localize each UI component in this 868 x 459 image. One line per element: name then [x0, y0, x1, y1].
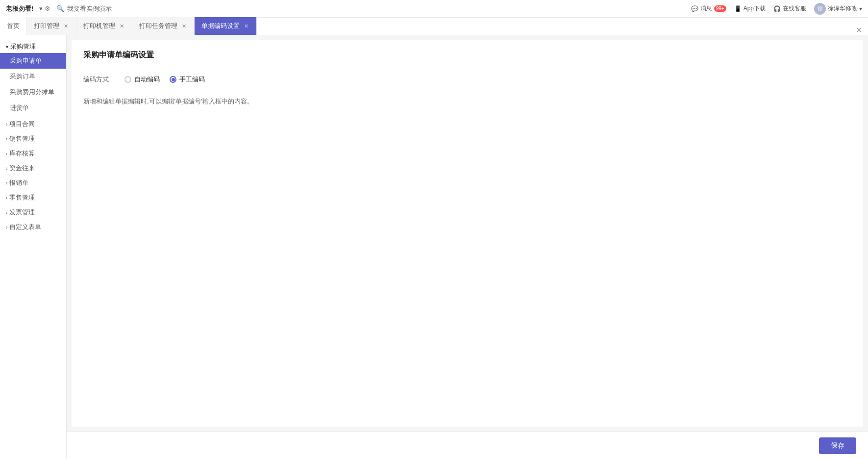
layout: ▾ 采购管理 采购申请单 采购订单 采购费用分摊单 进货单 › 项目合同 › 销…	[0, 35, 868, 459]
sidebar-group-custom[interactable]: › 自定义表单	[0, 219, 66, 233]
radio-auto-code[interactable]: 自动编码	[124, 75, 160, 84]
sidebar-item-purchase-order-label: 采购订单	[10, 73, 35, 80]
radio-manual-circle	[170, 76, 176, 83]
auto-code-label: 自动编码	[134, 75, 160, 84]
tab-print-mgmt-close[interactable]: ✕	[62, 23, 69, 29]
sidebar-group-inventory-label: 库存核算	[9, 149, 35, 158]
brand-dropdown[interactable]: ▾ ⚙	[39, 5, 50, 12]
app-download-button[interactable]: 📱 App下载	[734, 4, 766, 13]
tab-home[interactable]: 首页	[0, 17, 27, 35]
chevron-right-icon6: ›	[6, 195, 7, 201]
chevron-right-icon5: ›	[6, 180, 7, 186]
page-title: 采购申请单编码设置	[83, 50, 851, 60]
top-bar-right: 💬 消息 99+ 📱 App下载 🎧 在线客服 徐 徐泽华修改 ▾	[691, 3, 862, 15]
chevron-down-icon: ▾	[6, 44, 8, 50]
encode-method-label: 编码方式	[83, 75, 109, 84]
brand-logo: 老板勿看!	[6, 4, 33, 13]
sidebar-group-project[interactable]: › 项目合同	[0, 116, 66, 130]
sidebar-item-stock-in-label: 进货单	[10, 104, 29, 111]
sidebar-item-stock-in[interactable]: 进货单	[0, 100, 66, 116]
tab-printer-mgmt-label: 打印机管理	[83, 22, 115, 30]
encode-method-row: 编码方式 自动编码 手工编码	[83, 70, 851, 89]
sidebar-group-purchase-label: 采购管理	[10, 42, 36, 51]
sidebar-item-purchase-cost[interactable]: 采购费用分摊单	[0, 84, 66, 100]
online-service-label: 在线客服	[783, 4, 806, 13]
top-bar: 老板勿看! ▾ ⚙ 🔍 我要看实例演示 💬 消息 99+ 📱 App下载 🎧 在…	[0, 0, 868, 18]
hint-text: 新增和编辑单据编辑时,可以编辑'单据编号'输入框中的内容。	[83, 97, 851, 106]
top-bar-left: 老板勿看! ▾ ⚙ 🔍 我要看实例演示	[6, 4, 112, 13]
tab-print-task-close[interactable]: ✕	[180, 23, 187, 29]
search-icon: 🔍	[56, 5, 64, 12]
sidebar-group-project-label: 项目合同	[9, 120, 35, 128]
online-service-button[interactable]: 🎧 在线客服	[773, 4, 806, 13]
sidebar-item-purchase-request[interactable]: 采购申请单	[0, 53, 66, 69]
main-content: 采购申请单编码设置 编码方式 自动编码 手工编码 新增和编辑单据编辑时,可以编辑…	[67, 35, 868, 459]
user-name: 徐泽华修改	[828, 4, 857, 13]
sidebar-group-finance-label: 资金往来	[9, 164, 35, 173]
tab-print-mgmt[interactable]: 打印管理 ✕	[27, 17, 76, 35]
tab-printer-mgmt[interactable]: 打印机管理 ✕	[76, 17, 132, 35]
radio-auto-circle	[124, 76, 131, 83]
sidebar-group-invoice[interactable]: › 发票管理	[0, 204, 66, 219]
tab-printer-mgmt-close[interactable]: ✕	[118, 23, 125, 29]
sidebar-group-sales-label: 销售管理	[9, 134, 35, 143]
chevron-right-icon7: ›	[6, 210, 7, 215]
search-text: 我要看实例演示	[67, 4, 112, 13]
sidebar-group-custom-label: 自定义表单	[9, 223, 41, 231]
message-label: 消息	[700, 4, 712, 13]
search-bar[interactable]: 🔍 我要看实例演示	[56, 4, 112, 13]
settings-icon: ⚙	[45, 5, 50, 12]
sidebar-group-purchase[interactable]: ▾ 采购管理	[0, 38, 66, 53]
tab-home-label: 首页	[7, 22, 20, 30]
sidebar: ▾ 采购管理 采购申请单 采购订单 采购费用分摊单 进货单 › 项目合同 › 销…	[0, 35, 67, 459]
sidebar-item-purchase-order[interactable]: 采购订单	[0, 69, 66, 84]
sidebar-group-expense[interactable]: › 报销单	[0, 175, 66, 189]
radio-manual-code[interactable]: 手工编码	[170, 75, 205, 84]
chevron-right-icon3: ›	[6, 151, 7, 156]
chevron-right-icon8: ›	[6, 225, 7, 230]
sidebar-group-retail-label: 零售管理	[9, 193, 35, 202]
app-icon: 📱	[734, 5, 742, 12]
bottom-bar: 保存	[67, 432, 868, 459]
sidebar-group-invoice-label: 发票管理	[9, 208, 35, 217]
user-dropdown-icon: ▾	[859, 5, 862, 12]
sidebar-item-purchase-cost-label: 采购费用分摊单	[10, 88, 54, 96]
headset-icon: 🎧	[773, 5, 781, 12]
app-download-label: App下载	[744, 4, 766, 13]
close-all-tabs[interactable]: ✕	[850, 26, 868, 35]
sidebar-group-retail[interactable]: › 零售管理	[0, 189, 66, 204]
sidebar-group-finance[interactable]: › 资金往来	[0, 160, 66, 175]
tab-barcode-settings-close[interactable]: ✕	[243, 23, 249, 29]
content-area: 采购申请单编码设置 编码方式 自动编码 手工编码 新增和编辑单据编辑时,可以编辑…	[72, 40, 863, 427]
message-icon: 💬	[691, 5, 698, 12]
tab-print-task[interactable]: 打印任务管理 ✕	[132, 17, 195, 35]
message-badge: 99+	[714, 5, 726, 12]
dropdown-icon: ▾	[39, 5, 43, 12]
message-button[interactable]: 💬 消息 99+	[691, 4, 726, 13]
avatar: 徐	[814, 3, 826, 15]
user-menu[interactable]: 徐 徐泽华修改 ▾	[814, 3, 862, 15]
tab-barcode-settings[interactable]: 单据编码设置 ✕	[195, 17, 257, 35]
sidebar-group-expense-label: 报销单	[9, 178, 28, 187]
radio-group: 自动编码 手工编码	[124, 75, 205, 84]
chevron-right-icon2: ›	[6, 136, 7, 142]
sidebar-group-sales[interactable]: › 销售管理	[0, 130, 66, 145]
tab-print-mgmt-label: 打印管理	[34, 22, 59, 30]
chevron-right-icon: ›	[6, 122, 7, 127]
sidebar-group-inventory[interactable]: › 库存核算	[0, 145, 66, 160]
chevron-right-icon4: ›	[6, 166, 7, 171]
save-button[interactable]: 保存	[819, 437, 856, 454]
tab-bar: 首页 打印管理 ✕ 打印机管理 ✕ 打印任务管理 ✕ 单据编码设置 ✕ ✕	[0, 18, 868, 35]
tab-barcode-settings-label: 单据编码设置	[201, 22, 240, 30]
tab-print-task-label: 打印任务管理	[139, 22, 177, 30]
sidebar-item-purchase-request-label: 采购申请单	[10, 57, 42, 64]
manual-code-label: 手工编码	[179, 75, 205, 84]
